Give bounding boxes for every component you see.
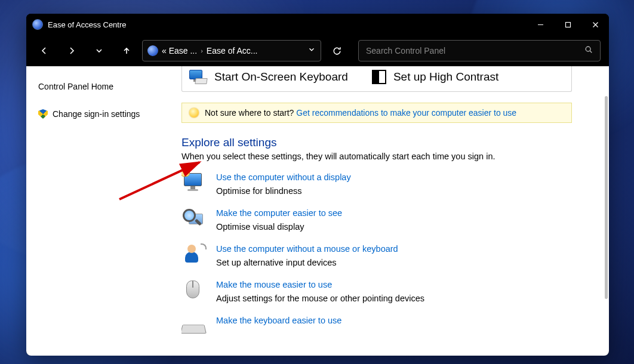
setting-desc: Adjust settings for the mouse or other p… (216, 294, 424, 303)
location-icon (147, 45, 158, 56)
close-button[interactable] (581, 14, 609, 35)
setting-link[interactable]: Make the keyboard easier to use (216, 316, 341, 325)
setting-without-display: Use the computer without a display Optim… (181, 172, 572, 196)
mouse-icon (181, 279, 205, 301)
scrollbar[interactable] (605, 96, 608, 299)
hint-bar: Not sure where to start? Get recommendat… (181, 103, 572, 123)
explore-heading: Explore all settings (181, 136, 572, 149)
setting-keyboard-easier: Make the keyboard easier to use (181, 315, 572, 337)
sidebar: Control Panel Home Change sign-in settin… (26, 66, 181, 356)
sidebar-item-label: Change sign-in settings (53, 109, 140, 119)
content: Control Panel Home Change sign-in settin… (26, 66, 609, 356)
keyboard-icon (181, 315, 205, 337)
minimize-button[interactable] (527, 14, 554, 35)
breadcrumb-seg-1[interactable]: « Ease ... (162, 46, 197, 55)
forward-button[interactable] (60, 39, 84, 63)
hint-link[interactable]: Get recommendations to make your compute… (296, 108, 516, 118)
control-panel-home-link[interactable]: Control Panel Home (35, 77, 173, 96)
change-signin-link[interactable]: Change sign-in settings (35, 104, 173, 124)
setting-easier-to-see: Make the computer easier to see Optimise… (181, 208, 572, 232)
person-speech-icon (181, 243, 205, 265)
maximize-button[interactable] (554, 14, 581, 35)
address-bar[interactable]: « Ease ... › Ease of Acc... (142, 40, 321, 61)
address-dropdown[interactable] (307, 45, 316, 56)
high-contrast-icon (372, 70, 386, 84)
explore-sub: When you select these settings, they wil… (181, 152, 572, 161)
quick-label: Set up High Contrast (393, 70, 498, 84)
search-box[interactable] (358, 40, 601, 61)
keyboard-monitor-icon (188, 70, 207, 84)
titlebar: Ease of Access Centre (26, 14, 609, 35)
breadcrumb-seg-2[interactable]: Ease of Acc... (207, 46, 258, 55)
main-panel: Start On-Screen Keyboard Set up High Con… (181, 66, 587, 356)
hint-lead: Not sure where to start? (205, 108, 296, 118)
window: Ease of Access Centre « Ease ... › (26, 14, 609, 356)
svg-rect-1 (565, 22, 570, 27)
up-button[interactable] (115, 39, 139, 63)
setting-desc: Optimise visual display (216, 222, 342, 232)
shield-icon (38, 109, 48, 119)
search-input[interactable] (366, 46, 580, 55)
back-button[interactable] (32, 39, 56, 63)
ease-of-access-icon (32, 19, 43, 30)
sidebar-item-label: Control Panel Home (38, 82, 113, 91)
svg-point-4 (586, 47, 590, 51)
svg-line-5 (590, 51, 592, 53)
search-icon[interactable] (584, 45, 593, 56)
recent-dropdown[interactable] (87, 39, 111, 63)
setting-link[interactable]: Use the computer without a display (216, 172, 351, 182)
monitor-speech-icon (181, 172, 205, 193)
chevron-right-icon: › (201, 47, 203, 54)
setting-desc: Set up alternative input devices (216, 258, 398, 267)
setting-link[interactable]: Use the computer without a mouse or keyb… (216, 244, 398, 254)
quick-label: Start On-Screen Keyboard (214, 70, 348, 84)
setting-desc: Optimise for blindness (216, 186, 351, 196)
start-onscreen-keyboard[interactable]: Start On-Screen Keyboard (188, 70, 348, 84)
lightbulb-icon (189, 108, 199, 118)
setting-mouse-easier: Make the mouse easier to use Adjust sett… (181, 279, 572, 303)
quick-access-box: Start On-Screen Keyboard Set up High Con… (181, 66, 572, 92)
toolbar: « Ease ... › Ease of Acc... (26, 35, 609, 66)
refresh-button[interactable] (325, 39, 349, 63)
setting-link[interactable]: Make the computer easier to see (216, 208, 342, 218)
setting-without-mouse-keyboard: Use the computer without a mouse or keyb… (181, 243, 572, 267)
setting-link[interactable]: Make the mouse easier to use (216, 280, 332, 289)
magnifier-icon (181, 208, 205, 229)
setup-high-contrast[interactable]: Set up High Contrast (372, 70, 498, 84)
window-title: Ease of Access Centre (48, 20, 127, 29)
